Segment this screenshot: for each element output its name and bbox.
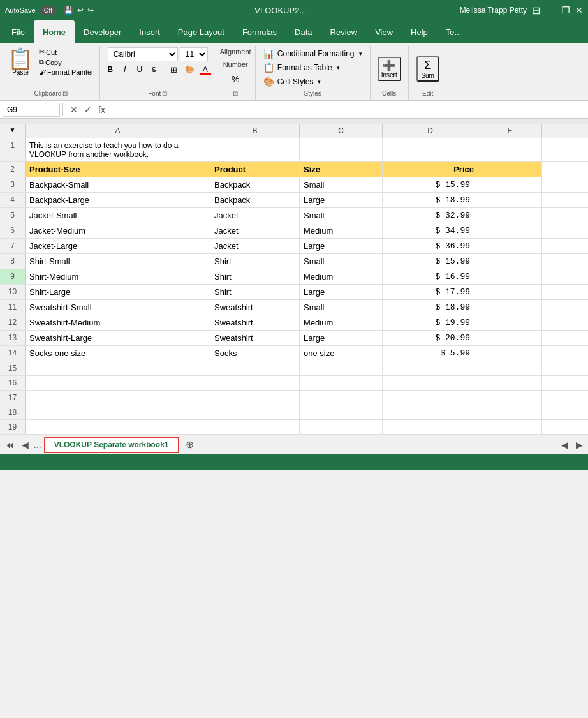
cell-r3-c3[interactable]: Small xyxy=(300,177,383,192)
cell-r2-c2[interactable]: Product xyxy=(210,162,300,177)
percent-button[interactable]: % xyxy=(229,73,242,86)
tab-review[interactable]: Review xyxy=(321,20,367,43)
cell-r12-c4[interactable]: $ 19.99 xyxy=(383,315,478,330)
scroll-left-btn[interactable]: ◀ xyxy=(559,438,571,451)
cell-r8-c2[interactable]: Shirt xyxy=(210,254,300,269)
font-color-button[interactable]: A xyxy=(199,63,212,76)
cell-styles-button[interactable]: 🎨 Cell Styles ▾ xyxy=(261,75,324,88)
cond-fmt-dropdown-icon[interactable]: ▾ xyxy=(359,50,362,57)
cell-r17-c4[interactable] xyxy=(383,391,478,405)
cell-r17-c2[interactable] xyxy=(210,391,300,405)
cell-r18-c2[interactable] xyxy=(210,405,300,419)
strikethrough-button[interactable]: S̶ xyxy=(148,63,161,76)
cell-r6-c2[interactable]: Jacket xyxy=(210,223,300,238)
cell-r16-c2[interactable] xyxy=(210,376,300,390)
cell-r8-c5[interactable] xyxy=(478,254,542,269)
row-num-10[interactable]: 10 xyxy=(0,285,26,299)
cell-r19-c4[interactable] xyxy=(383,420,478,434)
cell-r18-c3[interactable] xyxy=(300,405,383,419)
tab-help[interactable]: Help xyxy=(402,20,437,43)
cell-r15-c3[interactable] xyxy=(300,361,383,375)
cancel-formula-icon[interactable]: ✕ xyxy=(68,104,80,116)
cell-r5-c1[interactable]: Jacket-Small xyxy=(26,208,210,223)
cell-r13-c3[interactable]: Large xyxy=(300,331,383,345)
cell-r9-c2[interactable]: Shirt xyxy=(210,269,300,284)
cell-r12-c5[interactable] xyxy=(478,315,542,330)
cell-r18-c4[interactable] xyxy=(383,405,478,419)
cell-r9-c3[interactable]: Medium xyxy=(300,269,383,284)
undo-icon[interactable]: ↩ xyxy=(77,6,84,15)
copy-button[interactable]: ⧉ Copy xyxy=(37,57,96,67)
cell-r8-c4[interactable]: $ 15.99 xyxy=(383,254,478,269)
cell-r17-c1[interactable] xyxy=(26,391,210,405)
row-num-6[interactable]: 6 xyxy=(0,223,26,238)
cell-r9-c5[interactable] xyxy=(478,269,542,284)
name-box[interactable] xyxy=(3,103,60,117)
redo-icon[interactable]: ↪ xyxy=(87,6,94,15)
tab-formulas[interactable]: Formulas xyxy=(233,20,286,43)
cell-r7-c1[interactable]: Jacket-Large xyxy=(26,239,210,253)
cell-r7-c4[interactable]: $ 36.99 xyxy=(383,239,478,253)
cell-r19-c1[interactable] xyxy=(26,420,210,434)
row-num-16[interactable]: 16 xyxy=(0,376,26,390)
cell-r17-c3[interactable] xyxy=(300,391,383,405)
row-num-14[interactable]: 14 xyxy=(0,346,26,361)
cell-r19-c3[interactable] xyxy=(300,420,383,434)
cell-r3-c4[interactable]: $ 15.99 xyxy=(383,177,478,192)
cell-r2-c1[interactable]: Product-Size xyxy=(26,162,210,177)
cell-r10-c2[interactable]: Shirt xyxy=(210,285,300,299)
autosave-toggle[interactable]: Off xyxy=(40,6,56,15)
cell-r4-c1[interactable]: Backpack-Large xyxy=(26,193,210,207)
cell-r16-c3[interactable] xyxy=(300,376,383,390)
scroll-right-btn[interactable]: ▶ xyxy=(573,438,585,451)
tab-page-layout[interactable]: Page Layout xyxy=(169,20,233,43)
cell-r2-c5[interactable] xyxy=(478,162,542,177)
cell-r18-c5[interactable] xyxy=(478,405,542,419)
cell-r9-c4[interactable]: $ 16.99 xyxy=(383,269,478,284)
format-painter-button[interactable]: 🖌 Format Painter xyxy=(37,68,96,77)
bold-button[interactable]: B xyxy=(104,63,117,76)
cell-r9-c1[interactable]: Shirt-Medium xyxy=(26,269,210,284)
row-num-7[interactable]: 7 xyxy=(0,239,26,253)
cell-r19-c5[interactable] xyxy=(478,420,542,434)
cell-r4-c3[interactable]: Large xyxy=(300,193,383,207)
clipboard-expand-icon[interactable]: ⊡ xyxy=(62,90,68,97)
row-num-9[interactable]: 9 xyxy=(0,269,26,284)
select-all-icon[interactable]: ▼ xyxy=(0,124,25,138)
autosave-label[interactable]: AutoSave Off xyxy=(5,6,56,14)
cell-r6-c3[interactable]: Medium xyxy=(300,223,383,238)
cell-r1-c4[interactable] xyxy=(383,138,478,161)
cell-r16-c5[interactable] xyxy=(478,376,542,390)
cell-r7-c2[interactable]: Jacket xyxy=(210,239,300,253)
cell-r11-c5[interactable] xyxy=(478,300,542,315)
cell-r10-c1[interactable]: Shirt-Large xyxy=(26,285,210,299)
cell-r6-c4[interactable]: $ 34.99 xyxy=(383,223,478,238)
cell-r12-c3[interactable]: Medium xyxy=(300,315,383,330)
cell-r7-c3[interactable]: Large xyxy=(300,239,383,253)
cells-insert-button[interactable]: ➕ Insert xyxy=(378,57,401,81)
minimize-button[interactable]: — xyxy=(548,5,557,15)
row-num-8[interactable]: 8 xyxy=(0,254,26,269)
cell-r17-c5[interactable] xyxy=(478,391,542,405)
alignment-expand[interactable]: ⊡ xyxy=(233,90,238,97)
add-sheet-button[interactable]: ⊕ xyxy=(182,437,198,452)
cell-styles-dropdown-icon[interactable]: ▾ xyxy=(318,79,321,85)
formula-input[interactable] xyxy=(112,103,585,116)
font-name-select[interactable]: Calibri xyxy=(108,47,178,61)
row-num-15[interactable]: 15 xyxy=(0,361,26,375)
cell-r4-c4[interactable]: $ 18.99 xyxy=(383,193,478,207)
cell-r11-c1[interactable]: Sweatshirt-Small xyxy=(26,300,210,315)
cell-r3-c5[interactable] xyxy=(478,177,542,192)
row-num-3[interactable]: 3 xyxy=(0,177,26,192)
fill-color-button[interactable]: 🎨 xyxy=(182,63,197,76)
font-size-select[interactable]: 11 xyxy=(180,47,208,61)
cell-r15-c2[interactable] xyxy=(210,361,300,375)
cell-r1-c2[interactable] xyxy=(210,138,300,161)
conditional-formatting-button[interactable]: 📊 Conditional Formatting ▾ xyxy=(261,47,365,60)
row-num-17[interactable]: 17 xyxy=(0,391,26,405)
close-button[interactable]: ✕ xyxy=(575,5,583,15)
cell-r8-c3[interactable]: Small xyxy=(300,254,383,269)
sheet-tab-dots[interactable]: ... xyxy=(34,440,41,450)
cell-r13-c1[interactable]: Sweatshirt-Large xyxy=(26,331,210,345)
cell-r3-c1[interactable]: Backpack-Small xyxy=(26,177,210,192)
